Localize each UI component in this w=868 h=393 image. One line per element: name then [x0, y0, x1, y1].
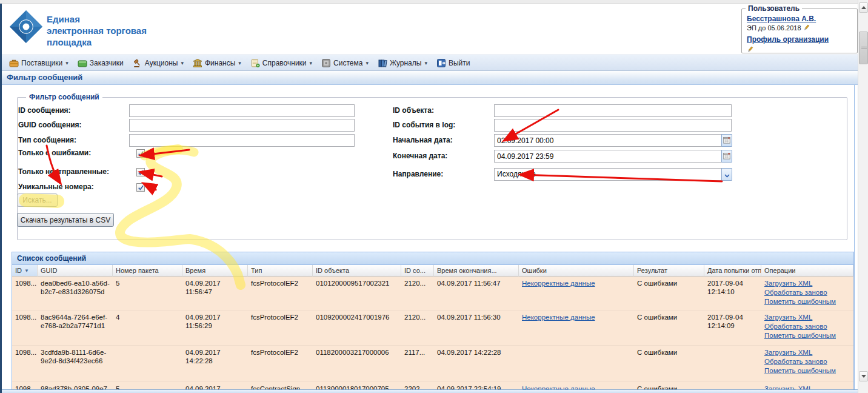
operation-link[interactable]: Обработать заново: [764, 288, 850, 297]
calendar-trigger-button[interactable]: [721, 134, 732, 147]
operation-link[interactable]: Пометить ошибочным: [764, 366, 850, 375]
menu-item-label: Журналы: [390, 59, 421, 67]
vertical-scrollbar[interactable]: [858, 0, 868, 393]
operation-link[interactable]: Обработать заново: [764, 357, 850, 366]
operation-link[interactable]: Пометить ошибочным: [764, 331, 850, 340]
menu-item-label: Система: [333, 59, 362, 67]
chevron-down-icon: ▾: [424, 60, 427, 66]
user-name-link[interactable]: Бесстрашнова А.В.: [747, 14, 816, 24]
operation-link[interactable]: Обработать заново: [764, 322, 850, 331]
scroll-up-button[interactable]: [859, 2, 868, 13]
chevron-down-icon: ▾: [65, 60, 68, 66]
calendar-icon: [723, 151, 730, 162]
message-type-input[interactable]: [129, 134, 355, 147]
menu-item-logout[interactable]: Выйти: [433, 55, 476, 70]
menu-item-auctions[interactable]: Аукционы▾: [129, 55, 189, 70]
org-profile-link[interactable]: Профиль организации: [747, 35, 829, 44]
column-header-event-id[interactable]: ID со...: [401, 265, 434, 277]
user-panel-legend: Пользователь: [746, 4, 802, 13]
end-date-input[interactable]: [494, 150, 722, 163]
field-label: Конечная дата:: [393, 152, 447, 160]
menu-item-directories[interactable]: Справочники▾: [247, 55, 318, 70]
column-header-label: Время: [185, 267, 205, 274]
download-csv-button[interactable]: Скачать результаты в CSV: [17, 213, 114, 227]
only-errors-checkbox[interactable]: [136, 149, 145, 158]
column-header-label: Результат: [637, 267, 667, 274]
column-header-errors[interactable]: Ошибки: [519, 265, 634, 277]
operation-link[interactable]: Загрузить XML: [764, 313, 850, 321]
column-header-guid[interactable]: GUID: [38, 265, 113, 277]
cell: 0118200003217000006: [313, 346, 401, 381]
cell: Загрузить XMLОбработать зановоПометить о…: [761, 346, 853, 381]
operation-link[interactable]: Загрузить XML: [764, 348, 850, 357]
brand-name: Единая электронная торговая площадка: [47, 13, 147, 48]
column-header-operations[interactable]: Операции: [761, 265, 853, 277]
column-header-type[interactable]: Тип: [248, 265, 313, 277]
table-row[interactable]: 1098...3cdfda9b-8111-6d6e-9e2d-8d34f423e…: [12, 346, 853, 382]
cell: dea0bed6-ea10-a56d-b2c7-e831d326075d: [38, 277, 113, 310]
grid-header: ID▼GUIDНомер пакетаВремяТипID объектаID …: [12, 265, 854, 277]
page: Единая электронная торговая площадка Пол…: [0, 0, 868, 393]
menu-item-label: Выйти: [449, 59, 470, 67]
edit-pencil-icon[interactable]: [803, 24, 810, 33]
menu-item-finance[interactable]: Финансы▾: [189, 55, 247, 70]
scrollbar-thumb[interactable]: [859, 32, 868, 64]
search-button[interactable]: Искать...: [17, 193, 58, 207]
edit-pencil-icon[interactable]: [747, 44, 753, 55]
cell: 04.09.201714:22:28: [182, 346, 248, 381]
menu-item-system[interactable]: Система▾: [318, 55, 374, 70]
cell: 2120...: [401, 277, 434, 310]
field-label: Тип сообщения:: [18, 136, 76, 144]
start-date-input[interactable]: [494, 134, 722, 147]
grid-title-bar: Список сообщений: [12, 252, 854, 265]
direction-select-trigger[interactable]: [721, 168, 732, 181]
menu-item-label: Финансы: [205, 59, 235, 67]
cell: 04.09.2017 11:56:30: [434, 311, 519, 345]
user-panel: Пользователь Бесстрашнова А.В. ЭП до 05.…: [741, 8, 858, 53]
menu-item-label: Заказчики: [90, 59, 124, 67]
content-right-border: [854, 71, 855, 393]
message-id-input[interactable]: [129, 104, 355, 117]
menu-item-journals[interactable]: Журналы▾: [374, 55, 433, 70]
cell: 04.09.201711:56:47: [182, 277, 248, 310]
menu-item-customers[interactable]: Заказчики: [74, 55, 129, 70]
chevron-down-icon: ▾: [181, 60, 184, 66]
object-id-input[interactable]: [494, 104, 732, 117]
scroll-down-button[interactable]: [859, 371, 868, 381]
message-guid-input[interactable]: [129, 119, 355, 132]
errors-link[interactable]: Некорректные данные: [522, 314, 595, 321]
column-header-time[interactable]: Время: [182, 265, 248, 277]
cell: Некорректные данные: [519, 311, 634, 345]
direction-select[interactable]: Исходящие: [494, 168, 722, 181]
cell: 04.09.2017 14:22:28: [434, 346, 519, 381]
cell: fcsProtocolEF2: [248, 346, 313, 381]
column-header-end-time[interactable]: Время окончания...: [434, 265, 519, 277]
menu-bar: Поставщики▾ЗаказчикиАукционы▾Финансы▾Спр…: [2, 55, 858, 71]
book-icon: [250, 58, 260, 68]
column-header-packet[interactable]: Номер пакета: [113, 265, 182, 277]
checkbox-label: Уникальные номера:: [18, 183, 94, 191]
column-header-attempt-date[interactable]: Дата попытки отп...: [704, 265, 761, 277]
sort-desc-icon: ▼: [24, 268, 29, 274]
unique-numbers-checkbox[interactable]: [136, 183, 145, 192]
column-header-label: ID: [15, 267, 22, 274]
calendar-trigger-button[interactable]: [721, 150, 732, 163]
operation-link[interactable]: Загрузить XML: [764, 279, 850, 287]
cell-time-date: 04.09.2017: [185, 279, 245, 287]
log-event-id-input[interactable]: [494, 119, 732, 132]
cell: [113, 346, 182, 381]
column-header-result[interactable]: Результат: [634, 265, 704, 277]
cell-time-date: 04.09.2017: [185, 348, 245, 357]
table-row[interactable]: 1098...8ac9644a-7264-e6ef-e768-a2b2a7747…: [12, 311, 853, 346]
operation-link[interactable]: Пометить ошибочным: [764, 297, 850, 306]
table-row[interactable]: 1098...dea0bed6-ea10-a56d-b2c7-e831d3260…: [12, 277, 853, 311]
checkbox-label: Только с ошибками:: [18, 149, 91, 157]
errors-link[interactable]: Некорректные данные: [522, 280, 595, 287]
column-header-object-id[interactable]: ID объекта: [313, 265, 401, 277]
menu-item-suppliers[interactable]: Поставщики▾: [5, 55, 74, 70]
cell: 4: [113, 311, 182, 345]
column-header-id[interactable]: ID▼: [12, 265, 38, 277]
cell: 5: [113, 277, 182, 310]
only-unsent-checkbox[interactable]: [136, 168, 145, 176]
cell-time-date: 04.09.2017: [185, 313, 245, 321]
